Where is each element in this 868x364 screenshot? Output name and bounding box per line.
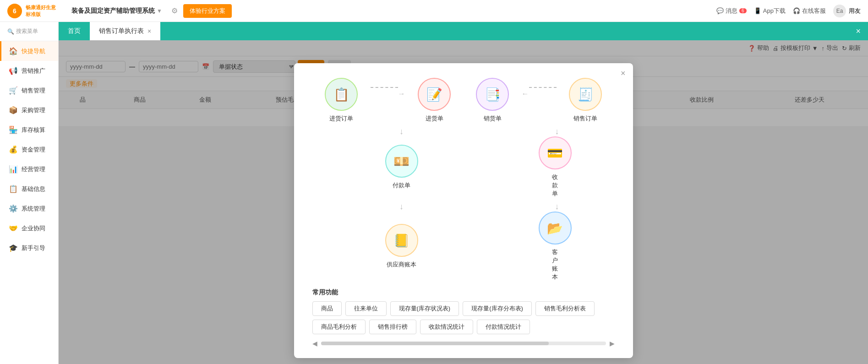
supplier-ledger-icon: 📒 (393, 233, 409, 248)
arrow-1: → (371, 87, 405, 114)
message-button[interactable]: 💬 消息 6 (716, 7, 747, 15)
purchase-nav-label: 采购管理 (22, 106, 45, 114)
flow-node-sales-bill: 📑 销货单 (464, 78, 522, 123)
flow-node-payment: 💴 付款单 (372, 145, 431, 190)
page-content: ❓ 帮助 🖨 按模板打印 ▼ ↑ 导出 (59, 40, 868, 364)
sidebar-item-inventory[interactable]: 🏪库存核算 (0, 120, 58, 140)
logo-text: 畅康通好生意 标准版 (26, 4, 56, 17)
scroll-left-icon[interactable]: ◀ (312, 340, 317, 347)
down-arrow-payment: ↓ (372, 201, 431, 212)
sidebar-item-basic[interactable]: 📋基础信息 (0, 179, 58, 199)
customer-ledger-icon: 📂 (547, 221, 563, 236)
func-btn-2[interactable]: 现存量(库存状况表) (390, 301, 459, 316)
newbie-nav-icon: 🎓 (9, 244, 18, 252)
settings-icon[interactable]: ⚙ (171, 6, 178, 15)
sidebar-item-operations[interactable]: 📊经营管理 (0, 159, 58, 179)
sidebar-nav: 🏠快捷导航📢营销推广🛒销售管理📦采购管理🏪库存核算💰资金管理📊经营管理📋基础信息… (0, 41, 58, 258)
scroll-right-icon[interactable]: ▶ (610, 340, 615, 347)
purchase-order-circle[interactable]: 📋 (325, 78, 358, 111)
down-arrow-purchase: ↓ (372, 126, 431, 136)
flow-diagram: 📋 进货订单 → (312, 78, 615, 281)
sidebar-item-sales[interactable]: 🛒销售管理 (0, 81, 58, 100)
receipt-icon: 💳 (547, 146, 563, 161)
newbie-nav-label: 新手引导 (22, 244, 45, 252)
flow-node-purchase-order: 📋 进货订单 (312, 78, 371, 123)
sidebar-item-quick[interactable]: 🏠快捷导航 (0, 41, 58, 61)
sales-order-icon: 🧾 (578, 87, 594, 102)
left-arrow-2: ← (522, 90, 529, 98)
func-btn-4[interactable]: 销售毛利分析表 (535, 301, 595, 316)
marketing-nav-icon: 📢 (9, 66, 18, 75)
tab-sales-order-exec[interactable]: 销售订单执行表 × (90, 22, 160, 40)
down-arrow-sales: ↓ (555, 126, 615, 136)
top-bar: 6 畅康通好生意 标准版 装备及固定资产辅助管理系统 ▼ ⚙ 体验行业方案 💬 … (0, 0, 868, 22)
sidebar-item-newbie[interactable]: 🎓新手引导 (0, 238, 58, 258)
user-area[interactable]: Ea 用友 (833, 5, 861, 17)
sidebar-search-area[interactable]: 🔍 搜索菜单 (0, 22, 58, 41)
quick-nav-label: 快捷导航 (22, 47, 45, 55)
app-download-button[interactable]: 📱 App下载 (754, 7, 786, 15)
scroll-track[interactable] (321, 342, 606, 345)
finance-nav-label: 资金管理 (22, 146, 45, 154)
sidebar: 🔍 搜索菜单 🏠快捷导航📢营销推广🛒销售管理📦采购管理🏪库存核算💰资金管理📊经营… (0, 22, 59, 364)
purchase-nav-icon: 📦 (9, 106, 18, 114)
sidebar-item-system[interactable]: ⚙️系统管理 (0, 199, 58, 218)
search-menu-button[interactable]: 🔍 搜索菜单 (4, 26, 55, 37)
arrow-2: ← (522, 87, 557, 114)
inventory-nav-label: 库存核算 (22, 126, 45, 134)
basic-nav-icon: 📋 (9, 185, 18, 193)
purchase-order-icon: 📋 (333, 87, 349, 102)
func-btn-1[interactable]: 往来单位 (345, 301, 387, 316)
customer-ledger-circle[interactable]: 📂 (539, 212, 572, 244)
sidebar-item-marketing[interactable]: 📢营销推广 (0, 61, 58, 81)
func-btn-8[interactable]: 付款情况统计 (477, 320, 530, 334)
dropdown-arrow-icon[interactable]: ▼ (157, 8, 162, 14)
tab-bar-close-icon[interactable]: × (856, 27, 861, 36)
logo-icon: 6 (7, 4, 22, 18)
purchase-bill-circle[interactable]: 📝 (418, 78, 451, 111)
collab-nav-icon: 🤝 (9, 224, 18, 233)
func-btn-3[interactable]: 现存量(库存分布表) (463, 301, 532, 316)
trial-button[interactable]: 体验行业方案 (183, 4, 232, 18)
tab-home[interactable]: 首页 (59, 22, 90, 40)
headset-icon: 🎧 (793, 7, 800, 14)
sales-nav-label: 销售管理 (22, 87, 45, 95)
receipt-circle[interactable]: 💳 (539, 136, 572, 169)
payment-circle[interactable]: 💴 (385, 145, 418, 178)
sales-bill-icon: 📑 (485, 87, 501, 102)
message-badge: 6 (739, 8, 747, 13)
sidebar-item-purchase[interactable]: 📦采购管理 (0, 100, 58, 120)
func-btn-6[interactable]: 销售排行榜 (369, 320, 416, 334)
system-nav-label: 系统管理 (22, 205, 45, 213)
finance-nav-icon: 💰 (9, 145, 18, 154)
flow-node-customer-ledger: 📂 客户账本 (555, 212, 615, 281)
sales-order-circle[interactable]: 🧾 (569, 78, 602, 111)
basic-nav-label: 基础信息 (22, 185, 45, 193)
online-service-button[interactable]: 🎧 在线客服 (793, 7, 826, 15)
payment-icon: 💴 (393, 154, 409, 169)
sales-order-label: 销售订单 (573, 114, 597, 123)
operations-nav-icon: 📊 (9, 165, 18, 174)
scroll-thumb (321, 342, 549, 345)
modal: × 📋 进货订单 (294, 63, 633, 358)
app-container: 6 畅康通好生意 标准版 装备及固定资产辅助管理系统 ▼ ⚙ 体验行业方案 💬 … (0, 0, 868, 364)
modal-close-button[interactable]: × (621, 69, 626, 78)
supplier-ledger-circle[interactable]: 📒 (385, 224, 418, 257)
tab-bar: 首页 销售订单执行表 × × (59, 22, 868, 40)
flow-row-1: 📋 进货订单 → (312, 78, 615, 123)
flow-node-receipt: 💳 收款单 (555, 136, 615, 198)
customer-ledger-label: 客户账本 (552, 248, 558, 281)
func-btn-0[interactable]: 商品 (312, 301, 342, 316)
tab-close-icon[interactable]: × (147, 27, 151, 35)
operations-nav-label: 经营管理 (22, 165, 45, 174)
logo-area: 6 畅康通好生意 标准版 (7, 4, 66, 18)
func-btn-7[interactable]: 收款情况统计 (420, 320, 473, 334)
sales-bill-circle[interactable]: 📑 (476, 78, 509, 111)
sidebar-item-collab[interactable]: 🤝企业协同 (0, 218, 58, 238)
sidebar-item-finance[interactable]: 💰资金管理 (0, 140, 58, 159)
flow-node-sales-order: 🧾 销售订单 (557, 78, 615, 123)
down-arrow-receipt: ↓ (555, 201, 615, 212)
func-btn-5[interactable]: 商品毛利分析 (312, 320, 366, 334)
purchase-bill-icon: 📝 (426, 87, 442, 102)
dashed-line-1 (371, 87, 398, 88)
